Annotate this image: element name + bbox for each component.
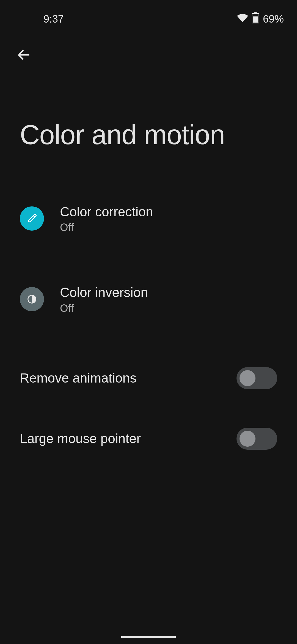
setting-title: Remove animations (20, 370, 136, 386)
toggle-thumb (240, 431, 255, 447)
setting-color-correction[interactable]: Color correction Off (20, 195, 277, 242)
status-time: 9:37 (13, 13, 64, 25)
eyedropper-icon (20, 206, 44, 231)
setting-title: Color inversion (60, 284, 277, 301)
setting-status: Off (60, 302, 277, 314)
wifi-icon (237, 13, 248, 25)
setting-status: Off (60, 222, 277, 233)
svg-rect-1 (254, 12, 257, 14)
battery-percent: 69% (263, 13, 284, 25)
setting-color-inversion[interactable]: Color inversion Off (20, 275, 277, 323)
setting-title: Color correction (60, 203, 277, 220)
back-button[interactable] (0, 30, 32, 64)
nav-home-indicator[interactable] (121, 636, 176, 638)
setting-text: Color correction Off (60, 203, 277, 233)
setting-remove-animations[interactable]: Remove animations (20, 356, 277, 400)
settings-list: Color correction Off Color inversion Off… (0, 151, 297, 461)
status-right: 69% (237, 12, 284, 26)
battery-icon (252, 12, 259, 26)
toggle-thumb (240, 370, 255, 386)
page-title: Color and motion (0, 64, 297, 151)
setting-title: Large mouse pointer (20, 431, 141, 446)
setting-large-mouse-pointer[interactable]: Large mouse pointer (20, 417, 277, 461)
svg-rect-2 (253, 16, 258, 23)
contrast-icon (20, 287, 44, 311)
toggle-switch[interactable] (237, 428, 277, 450)
status-bar: 9:37 69% (0, 0, 297, 30)
toggle-switch[interactable] (237, 367, 277, 389)
setting-text: Color inversion Off (60, 284, 277, 314)
